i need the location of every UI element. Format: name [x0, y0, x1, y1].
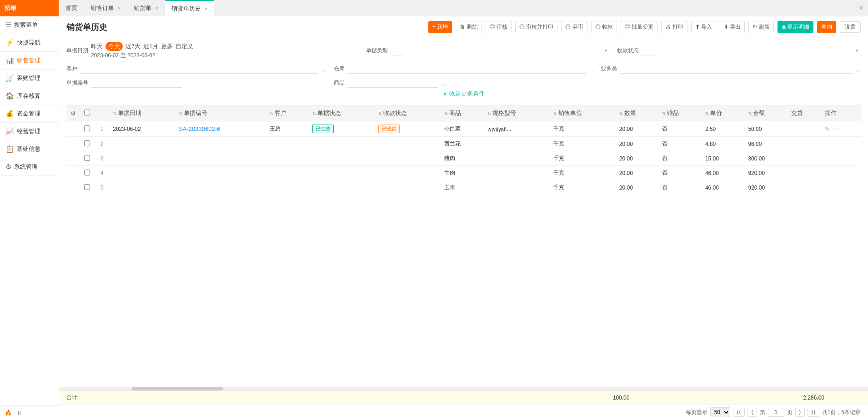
- row-checkbox-cell[interactable]: [80, 137, 94, 151]
- doc-num-link[interactable]: SA-20230602-6: [179, 125, 220, 132]
- row-doc-num-cell[interactable]: SA-20230602-6: [176, 121, 267, 137]
- filter-warehouse-ellipsis[interactable]: ...: [588, 65, 594, 73]
- shortcut-1month[interactable]: 近1月: [143, 42, 158, 50]
- th-goods[interactable]: ⇅ 商品: [442, 105, 485, 121]
- new-button[interactable]: + 新增: [428, 21, 452, 33]
- sort-amount-icon: ⇅: [748, 111, 753, 116]
- filter-doc-num-input[interactable]: [91, 78, 182, 88]
- tab-sales-delivery[interactable]: 销货单 ×: [127, 0, 165, 16]
- row-action-cell: [822, 137, 861, 151]
- per-page-label: 每页显示: [686, 409, 707, 416]
- more-icon[interactable]: ⋯: [833, 125, 839, 133]
- row-checkbox[interactable]: [84, 155, 90, 161]
- tab-sales-history-close[interactable]: ×: [205, 6, 207, 11]
- tab-close-all-button[interactable]: ×: [854, 3, 868, 13]
- abandon-button[interactable]: ◎ 弃审: [561, 21, 587, 33]
- filter-customer-ellipsis[interactable]: ...: [321, 65, 326, 73]
- shortcut-custom[interactable]: 自定义: [176, 42, 193, 50]
- th-doc-num[interactable]: ⇅ 单据编号: [176, 105, 267, 121]
- sidebar-item-search-menu[interactable]: ☰ 搜索菜单: [0, 16, 59, 34]
- operations-icon: 📈: [5, 127, 14, 135]
- row-checkbox[interactable]: [84, 140, 90, 146]
- th-qty[interactable]: ⇅ 数量: [617, 105, 660, 121]
- shortcut-more[interactable]: 更多: [161, 42, 173, 50]
- th-checkbox[interactable]: [80, 105, 94, 121]
- row-qty-cell: 20.00: [617, 166, 660, 180]
- filter-goods-input[interactable]: [347, 78, 438, 88]
- sidebar-item-finance[interactable]: 💰 资金管理: [0, 105, 59, 123]
- row-checkbox-cell[interactable]: [80, 151, 94, 166]
- shortcut-yesterday[interactable]: 昨天: [91, 42, 103, 50]
- next-page-button[interactable]: ⟩: [795, 408, 805, 417]
- th-unit[interactable]: ⇅ 销售单位: [551, 105, 617, 121]
- settings-button[interactable]: 设置: [840, 21, 861, 33]
- th-amount[interactable]: ⇅ 金额: [745, 105, 788, 121]
- row-gift-cell: 否: [659, 137, 702, 151]
- toolbar: + 新增 🗑 删除 ◎ 审核 ◎ 审核并打印 ◎ 弃审 ◎ 收款 ◎ 批量变更 …: [428, 21, 861, 33]
- th-gift[interactable]: ⇅ 赠品: [659, 105, 702, 121]
- prev-page-button[interactable]: ⟨: [748, 408, 757, 417]
- refresh-button[interactable]: ↻ 刷新: [748, 21, 773, 33]
- sidebar-item-basic-info[interactable]: 📋 基础信息: [0, 140, 59, 158]
- th-customer[interactable]: ⇅ 客户: [267, 105, 310, 121]
- tab-sales-order-close[interactable]: ×: [118, 5, 120, 11]
- filter-warehouse-input[interactable]: [347, 64, 586, 74]
- row-checkbox-cell[interactable]: [80, 166, 94, 180]
- sidebar-item-sales-mgmt[interactable]: 📊 销售管理: [0, 52, 59, 70]
- tab-sales-history[interactable]: 销货单历史 ×: [165, 0, 214, 16]
- tab-sales-delivery-close[interactable]: ×: [155, 5, 158, 11]
- print-button[interactable]: 🖨 打印: [661, 21, 687, 33]
- edit-icon[interactable]: ✎: [825, 125, 830, 133]
- collapse-button[interactable]: ∧ 收起更多条件: [66, 88, 861, 100]
- filter-collect-status-select[interactable]: [642, 46, 654, 55]
- last-page-button[interactable]: ⟩⟩: [808, 408, 819, 417]
- sidebar-item-quick-nav[interactable]: ⚡ 快捷导航: [0, 34, 59, 52]
- delete-button[interactable]: 🗑 删除: [456, 21, 482, 33]
- row-checkbox[interactable]: [84, 125, 90, 131]
- filter-staff-input[interactable]: [620, 64, 853, 74]
- th-doc-status[interactable]: ⇅ 单据状态: [310, 105, 376, 121]
- current-page-input[interactable]: 1: [768, 408, 784, 417]
- th-collect-status[interactable]: ⇅ 收款状态: [376, 105, 442, 121]
- th-price[interactable]: ⇅ 单价: [702, 105, 746, 121]
- filter-doc-type-label: 单据类型: [366, 47, 388, 55]
- sidebar-item-sys-mgmt[interactable]: ⚙ 系统管理: [0, 158, 59, 176]
- select-all-checkbox[interactable]: [84, 110, 90, 115]
- row-checkbox[interactable]: [84, 170, 90, 175]
- sidebar-bottom-icon1[interactable]: 🔥: [5, 410, 12, 416]
- first-page-button[interactable]: ⟨⟨: [733, 408, 745, 417]
- th-doc-date[interactable]: ⇅ 单据日期: [110, 105, 176, 121]
- export-button[interactable]: ⬇ 导出: [720, 21, 745, 33]
- row-checkbox[interactable]: [84, 184, 90, 190]
- query-button[interactable]: 查询: [817, 21, 836, 33]
- filter-customer-input[interactable]: [80, 64, 318, 74]
- sidebar-item-purchase-mgmt[interactable]: 🛒 采购管理: [0, 70, 59, 87]
- filter-row-2: 客户 ... 仓库 ... 业务员 ...: [66, 64, 861, 74]
- table-body: 12023-06-02SA-20230602-6王总已生效已收款小白菜tyjyj…: [66, 121, 861, 195]
- sidebar-item-inventory[interactable]: 🏠 库存核算: [0, 87, 59, 105]
- filter-staff-ellipsis[interactable]: ...: [855, 65, 861, 73]
- tab-home[interactable]: 首页: [59, 0, 84, 16]
- import-button[interactable]: ⬆ 导入: [691, 21, 716, 33]
- per-page-select[interactable]: 50: [710, 407, 730, 417]
- table-horizontal-scrollbar[interactable]: [59, 387, 868, 390]
- th-gear[interactable]: ⚙: [66, 105, 80, 121]
- tab-sales-order[interactable]: 销售订单 ×: [84, 0, 127, 16]
- audit-print-button[interactable]: ◎ 审核并打印: [515, 21, 557, 33]
- collect-button[interactable]: ◎ 收款: [591, 21, 617, 33]
- row-num-cell: 4: [94, 166, 110, 180]
- show-detail-button[interactable]: ◉ 显示明细: [778, 21, 813, 33]
- audit-button[interactable]: ◎ 审核: [486, 21, 512, 33]
- filter-doc-type-select[interactable]: [391, 46, 403, 55]
- th-spec[interactable]: ⇅ 规格型号: [485, 105, 551, 121]
- shortcut-7days[interactable]: 近7天: [125, 42, 140, 50]
- filter-goods-ellipsis[interactable]: ...: [441, 80, 447, 87]
- row-checkbox-cell[interactable]: [80, 180, 94, 195]
- batch-change-button[interactable]: ◎ 批量变更: [621, 21, 657, 33]
- th-action: 操作: [822, 105, 861, 121]
- sidebar-bottom-icon2[interactable]: ⏸: [16, 410, 22, 416]
- shortcut-today[interactable]: 今天: [105, 42, 123, 51]
- table-row: 3猪肉千克20.00否15.00300.00: [66, 151, 861, 166]
- sidebar-item-operations[interactable]: 📈 经营管理: [0, 123, 59, 140]
- row-checkbox-cell[interactable]: [80, 121, 94, 137]
